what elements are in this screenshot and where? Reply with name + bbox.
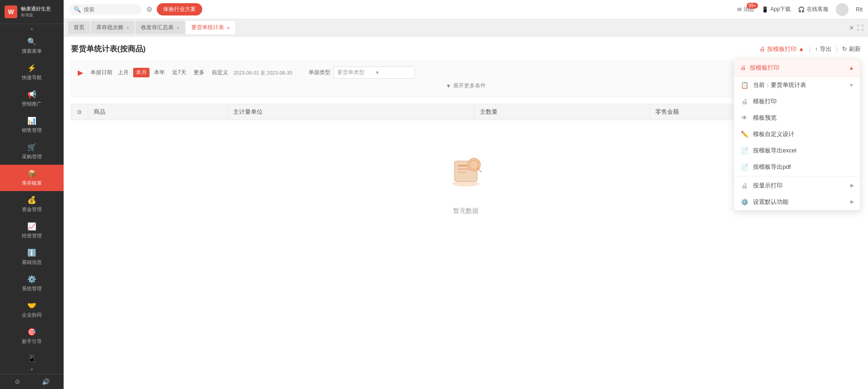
tab-batch-account[interactable]: 库存批次账 × bbox=[91, 21, 135, 34]
sidebar-sound-icon[interactable]: 🔊 bbox=[42, 378, 50, 385]
tab-home[interactable]: 首页 bbox=[68, 21, 90, 34]
system-icon: ⚙️ bbox=[27, 275, 36, 283]
sidebar-scroll-down[interactable]: ▼ bbox=[0, 365, 64, 374]
filter-date-buttons: 上月 本月 本年 近7天 更多 自定义 bbox=[115, 68, 231, 77]
filter-expand-left-btn[interactable]: ▶ bbox=[78, 68, 83, 77]
dropdown-export-pdf[interactable]: 📄 按模板导出pdf bbox=[734, 159, 860, 175]
app-download-button[interactable]: 📱 App下载 bbox=[762, 5, 791, 13]
scroll-up-icon[interactable]: ▲ bbox=[30, 26, 34, 31]
date-btn-last-month[interactable]: 上月 bbox=[115, 68, 131, 77]
sidebar-item-newbie[interactable]: 🎯 新手引导 bbox=[0, 323, 64, 349]
sidebar-item-system[interactable]: ⚙️ 系统管理 bbox=[0, 270, 64, 297]
dropdown-template-print-label: 模板打印 bbox=[753, 97, 777, 106]
table-col-product: 商品 bbox=[88, 104, 228, 120]
dropdown-header-label: 按模板打印 bbox=[750, 64, 779, 72]
sidebar-item-purchase[interactable]: 🛒 采购管理 bbox=[0, 138, 64, 165]
search-icon: 🔍 bbox=[74, 6, 81, 13]
table-gear-header: ⚙ bbox=[71, 104, 88, 120]
tab-order-stats-label: 要货单统计表 bbox=[191, 24, 224, 31]
svg-rect-3 bbox=[458, 168, 470, 170]
online-service-button[interactable]: 🎧 在线客服 bbox=[798, 5, 828, 13]
sidebar-item-inventory[interactable]: 📦 库存核算 bbox=[0, 165, 64, 191]
refresh-button[interactable]: ↻ 刷新 bbox=[842, 45, 861, 53]
tab-close-all-button[interactable]: ✕ bbox=[849, 24, 854, 31]
dropdown-template-design[interactable]: ✏️ 模板自定义设计 bbox=[734, 126, 860, 142]
table-gear-icon[interactable]: ⚙ bbox=[77, 109, 82, 116]
settings-gear-icon[interactable]: ⚙ bbox=[146, 5, 152, 14]
dropdown-template-design-label: 模板自定义设计 bbox=[753, 130, 794, 138]
page-header: 要货单统计表(按商品) 🖨 按模板打印 ▲ | ↑ 导出 | ↻ 刷新 bbox=[71, 44, 861, 54]
sidebar-item-marketing[interactable]: 📢 营销推广 bbox=[0, 86, 64, 112]
dropdown-display-print[interactable]: 🖨 按显示打印 ▶ bbox=[734, 177, 860, 194]
export-button[interactable]: ↑ 导出 bbox=[815, 45, 832, 53]
table-col-unit: 主计量单位 bbox=[228, 104, 474, 120]
dropdown-export-excel-label: 按模板导出excel bbox=[753, 147, 796, 155]
filter-expand-left-icon: ▶ bbox=[78, 68, 83, 77]
service-icon: 🎧 bbox=[798, 6, 805, 13]
filter-date-item: 单据日期 上月 本月 本年 近7天 更多 自定义 2023-06-01 至 20… bbox=[90, 68, 292, 77]
username-label: Rit bbox=[856, 6, 863, 13]
dropdown-default-setting-left: ⚙️ 设置默认功能 bbox=[740, 198, 788, 206]
template-design-icon: ✏️ bbox=[740, 131, 748, 138]
sidebar-label-basics: 基础信息 bbox=[22, 259, 42, 266]
sidebar-label-newbie: 新手引导 bbox=[22, 338, 42, 345]
search-box[interactable]: 🔍 bbox=[69, 4, 142, 15]
operations-icon: 📈 bbox=[27, 222, 36, 231]
sidebar-item-cooperation[interactable]: 🤝 企业协同 bbox=[0, 297, 64, 323]
dropdown-template-print[interactable]: 🖨 模板打印 bbox=[734, 93, 860, 110]
app-name: 畅康通好生意 bbox=[21, 5, 51, 12]
message-button[interactable]: ✉ 消息 99+ bbox=[737, 5, 754, 13]
sidebar-label-search-menu: 搜索菜单 bbox=[22, 48, 42, 55]
sidebar-item-operations[interactable]: 📈 经营管理 bbox=[0, 217, 64, 244]
sidebar-label-marketing: 营销推广 bbox=[22, 101, 42, 107]
dropdown-chevron-icon: ▲ bbox=[849, 65, 854, 71]
dropdown-header[interactable]: 🖨 按模板打印 ▲ bbox=[734, 59, 860, 77]
export-label: 导出 bbox=[820, 45, 832, 53]
date-range-display: 2023-06-01 至 2023-06-30 bbox=[234, 70, 293, 76]
basics-icon: ℹ️ bbox=[27, 248, 36, 257]
export-icon: ↑ bbox=[815, 45, 818, 52]
user-avatar[interactable] bbox=[836, 3, 848, 16]
display-print-chevron-icon: ▶ bbox=[850, 182, 854, 188]
filter-expand-button[interactable]: ▼ 展开更多条件 bbox=[446, 82, 486, 90]
dropdown-export-excel[interactable]: 📄 按模板导出excel bbox=[734, 142, 860, 159]
expand-label: 展开更多条件 bbox=[453, 82, 486, 90]
dropdown-current-label: 当前：要货单统计表 bbox=[753, 81, 806, 89]
sidebar-item-apps[interactable]: 📱 应用中心 bbox=[0, 349, 64, 365]
sidebar-item-sales[interactable]: 📊 销售管理 bbox=[0, 112, 64, 138]
tab-order-stats-close[interactable]: × bbox=[227, 25, 229, 30]
trial-button[interactable]: 体验行业方案 bbox=[157, 3, 202, 15]
empty-illustration bbox=[443, 147, 489, 202]
sidebar-settings-icon[interactable]: ⚙ bbox=[15, 378, 20, 385]
sidebar-item-finance[interactable]: 💰 资金管理 bbox=[0, 191, 64, 217]
page-actions: 🖨 按模板打印 ▲ | ↑ 导出 | ↻ 刷新 bbox=[759, 45, 861, 53]
date-btn-7days[interactable]: 近7天 bbox=[170, 68, 189, 77]
dropdown-default-setting-label: 设置默认功能 bbox=[753, 198, 788, 206]
sidebar-item-search-menu[interactable]: 🔍 搜索菜单 bbox=[0, 33, 64, 59]
topbar-right: ✉ 消息 99+ 📱 App下载 🎧 在线客服 Rit bbox=[737, 3, 863, 16]
date-btn-this-year[interactable]: 本年 bbox=[151, 68, 168, 77]
date-btn-this-month[interactable]: 本月 bbox=[133, 68, 150, 77]
tab-batch-account-close[interactable]: × bbox=[126, 25, 129, 30]
sales-icon: 📊 bbox=[27, 116, 36, 125]
tab-collection-summary[interactable]: 收发存汇总表 × bbox=[135, 21, 185, 34]
tab-order-stats[interactable]: 要货单统计表 × bbox=[186, 21, 235, 34]
date-btn-more[interactable]: 更多 bbox=[191, 68, 207, 77]
dropdown-current-item[interactable]: 📋 当前：要货单统计表 ▼ bbox=[734, 77, 860, 93]
tab-collection-summary-close[interactable]: × bbox=[176, 25, 179, 30]
sidebar-item-basics[interactable]: ℹ️ 基础信息 bbox=[0, 244, 64, 270]
template-preview-icon: 👁 bbox=[740, 114, 748, 121]
filter-type-select[interactable]: 要货单类型 ▼ bbox=[333, 66, 415, 79]
date-btn-custom[interactable]: 自定义 bbox=[209, 68, 231, 77]
sidebar-item-quick-nav[interactable]: ⚡ 快捷导航 bbox=[0, 59, 64, 86]
refresh-icon: ↻ bbox=[842, 45, 847, 52]
purchase-icon: 🛒 bbox=[27, 143, 36, 152]
dropdown-template-preview[interactable]: 👁 模板预览 bbox=[734, 110, 860, 126]
scroll-down-icon[interactable]: ▼ bbox=[30, 367, 34, 372]
search-input[interactable] bbox=[84, 6, 129, 13]
current-chevron-icon: ▼ bbox=[849, 82, 854, 88]
dropdown-default-setting[interactable]: ⚙️ 设置默认功能 ▶ bbox=[734, 194, 860, 210]
sidebar-scroll-up[interactable]: ▲ bbox=[0, 24, 64, 33]
print-button[interactable]: 🖨 按模板打印 ▲ bbox=[759, 45, 804, 53]
tab-expand-button[interactable]: ⛶ bbox=[857, 24, 863, 31]
